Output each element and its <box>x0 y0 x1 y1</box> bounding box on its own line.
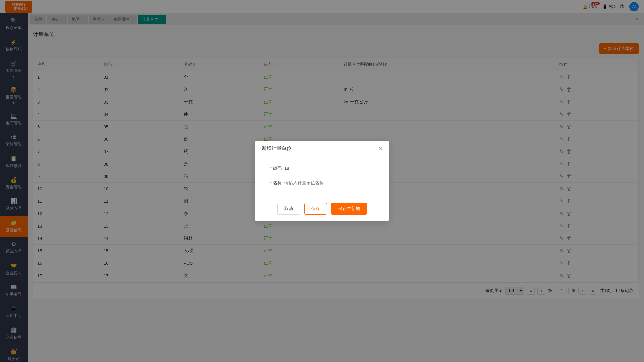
modal-footer: 取消 保存 保存并新增 <box>255 199 389 221</box>
form-row-code: * 编码 <box>262 164 382 172</box>
modal-close-button[interactable]: × <box>379 146 382 152</box>
code-label: * 编码 <box>262 165 282 171</box>
save-button[interactable]: 保存 <box>304 203 327 215</box>
name-label: * 名称 <box>262 180 282 186</box>
cancel-button[interactable]: 取消 <box>277 203 300 215</box>
modal-overlay: 新增计量单位 × * 编码 * 名称 取消 保存 保存并新增 <box>0 0 644 362</box>
modal-body: * 编码 * 名称 <box>255 156 389 199</box>
name-input[interactable] <box>282 179 382 187</box>
form-row-name: * 名称 <box>262 179 382 187</box>
code-input[interactable] <box>282 164 382 172</box>
modal-title: 新增计量单位 <box>262 145 292 152</box>
required-mark: * <box>270 166 272 171</box>
add-unit-modal: 新增计量单位 × * 编码 * 名称 取消 保存 保存并新增 <box>255 141 389 221</box>
required-mark-2: * <box>270 180 272 185</box>
modal-header: 新增计量单位 × <box>255 141 389 156</box>
save-and-new-button[interactable]: 保存并新增 <box>331 203 367 215</box>
